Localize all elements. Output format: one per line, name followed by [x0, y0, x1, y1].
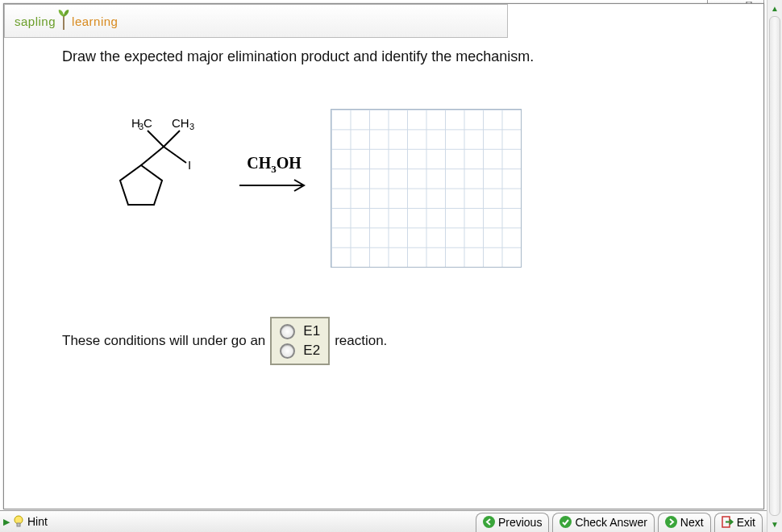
mechanism-option-label: E1 — [303, 323, 320, 339]
reaction-arrow-block: CH3OH — [238, 154, 310, 193]
exit-label: Exit — [737, 516, 755, 529]
next-button[interactable]: Next — [658, 513, 711, 533]
next-label: Next — [680, 516, 704, 529]
mechanism-option-e1[interactable]: E1 — [280, 322, 320, 341]
hint-label: Hint — [27, 515, 48, 528]
svg-text:3: 3 — [189, 122, 194, 131]
brand-logo-text-right: learning — [72, 15, 118, 28]
question-frame: sapling learning Draw the expected major… — [3, 3, 764, 509]
sentence-before: These conditions will under go an — [62, 333, 265, 349]
svg-marker-10 — [120, 165, 162, 205]
brand-logo-text-left: sapling — [15, 15, 56, 28]
svg-line-11 — [141, 147, 164, 165]
scroll-track[interactable] — [769, 16, 780, 516]
vertical-scrollbar[interactable]: ▲ ▼ — [767, 0, 782, 532]
svg-rect-23 — [17, 523, 20, 526]
mechanism-option-e2[interactable]: E2 — [280, 341, 320, 360]
check-answer-label: Check Answer — [575, 516, 647, 529]
plant-icon — [56, 9, 71, 33]
radio-icon — [280, 343, 295, 359]
svg-line-14 — [164, 147, 186, 163]
reagent-label: CH3OH — [238, 154, 310, 176]
svg-text:C: C — [144, 116, 152, 130]
question-prompt: Draw the expected major elimination prod… — [62, 48, 534, 65]
lightbulb-icon — [13, 515, 24, 528]
structure-draw-area[interactable] — [331, 109, 522, 268]
arrow-left-icon — [483, 516, 495, 528]
exit-button[interactable]: Exit — [714, 513, 763, 533]
svg-text:I: I — [188, 158, 191, 172]
reaction-arrow-icon — [238, 177, 310, 193]
scroll-thumb[interactable] — [770, 17, 780, 515]
nav-button-group: Previous Check Answer Next — [476, 512, 767, 532]
reaction-scheme: H 3 C CH 3 I CH3OH — [85, 113, 310, 234]
mechanism-option-label: E2 — [303, 343, 320, 359]
hint-button[interactable]: ▶ Hint — [0, 515, 48, 528]
mechanism-sentence: These conditions will under go an E1 E2 … — [62, 317, 387, 365]
svg-line-12 — [148, 131, 164, 147]
svg-text:CH: CH — [172, 116, 189, 130]
brand-logo: sapling learning — [4, 4, 508, 38]
scroll-down-icon[interactable]: ▼ — [768, 517, 781, 530]
radio-icon — [280, 324, 295, 339]
previous-button[interactable]: Previous — [476, 513, 549, 533]
starting-material-structure: H 3 C CH 3 I — [85, 113, 230, 234]
arrow-right-icon — [665, 516, 677, 528]
app-root: Map sapling — [0, 0, 782, 532]
mechanism-choice-box: E1 E2 — [270, 317, 330, 365]
bottom-toolbar: ▶ Hint Previous Check Answer — [0, 510, 767, 532]
scroll-up-icon[interactable]: ▲ — [768, 2, 781, 15]
exit-icon — [722, 516, 734, 528]
sentence-after: reaction. — [335, 333, 387, 349]
svg-line-13 — [164, 131, 180, 147]
check-icon — [559, 516, 572, 528]
play-icon: ▶ — [3, 517, 10, 527]
check-answer-button[interactable]: Check Answer — [552, 513, 654, 533]
previous-label: Previous — [498, 516, 542, 529]
